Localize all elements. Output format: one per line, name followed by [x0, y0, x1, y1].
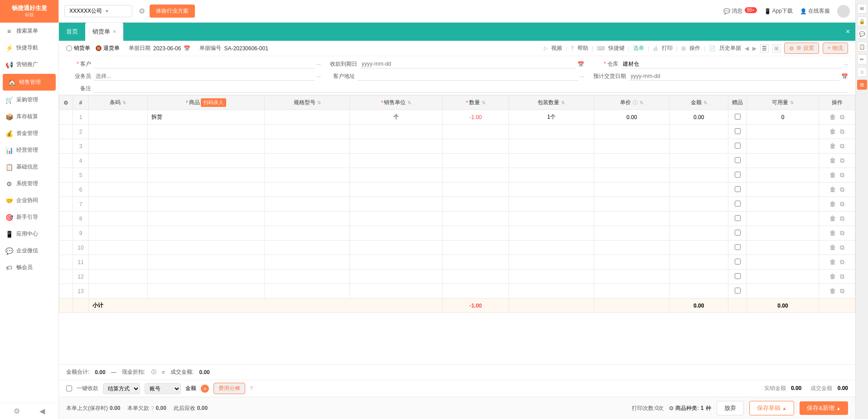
- cell-goods[interactable]: [147, 168, 264, 183]
- cell-price[interactable]: [594, 212, 669, 226]
- cell-amount[interactable]: [669, 197, 728, 212]
- cell-goods[interactable]: [147, 125, 264, 139]
- gift-checkbox[interactable]: [735, 157, 741, 163]
- cell-unit[interactable]: [350, 241, 443, 255]
- payment-help-icon[interactable]: ?: [250, 385, 253, 392]
- collapse-icon[interactable]: ◀: [39, 407, 45, 415]
- th-spec-sort[interactable]: ⇅: [317, 100, 321, 105]
- th-available-sort[interactable]: ⇅: [790, 100, 794, 105]
- cell-qty[interactable]: [442, 183, 509, 197]
- th-amount-sort[interactable]: ⇅: [703, 100, 707, 105]
- cell-price[interactable]: [594, 139, 669, 154]
- add-payment-btn[interactable]: +: [201, 385, 209, 393]
- delete-icon[interactable]: 🗑: [829, 157, 836, 164]
- tab-sales-order[interactable]: 销货单 ×: [85, 23, 123, 41]
- cell-pack-qty[interactable]: [509, 270, 594, 284]
- warehouse-input[interactable]: [621, 60, 842, 68]
- cell-price[interactable]: [594, 154, 669, 168]
- right-panel-btn-7[interactable]: ⊞: [857, 80, 867, 90]
- one-click-checkbox[interactable]: [66, 385, 72, 391]
- cell-spec[interactable]: [265, 226, 350, 241]
- cell-spec[interactable]: [265, 241, 350, 255]
- cell-unit[interactable]: [350, 284, 443, 299]
- copy-icon[interactable]: ⧉: [840, 113, 844, 120]
- cell-pack-qty[interactable]: [509, 154, 594, 168]
- cell-barcode[interactable]: [89, 110, 148, 125]
- gift-checkbox[interactable]: [735, 114, 741, 120]
- delete-icon[interactable]: 🗑: [829, 171, 836, 178]
- sidebar-item-member[interactable]: 🏷 畅会员: [0, 259, 58, 276]
- cell-barcode[interactable]: [89, 168, 148, 183]
- cell-spec[interactable]: [265, 154, 350, 168]
- sidebar-item-enterprise[interactable]: 🤝 企业协同: [0, 192, 58, 209]
- sidebar-item-sales[interactable]: 🏠 销售管理: [3, 74, 56, 91]
- cell-barcode[interactable]: [89, 154, 148, 168]
- avatar[interactable]: [837, 5, 850, 18]
- cell-price[interactable]: [594, 168, 669, 183]
- cell-pack-qty[interactable]: [509, 168, 594, 183]
- cell-pack-qty[interactable]: [509, 255, 594, 270]
- copy-icon[interactable]: ⧉: [840, 171, 844, 178]
- cell-qty[interactable]: [442, 270, 509, 284]
- pick-list-btn[interactable]: 选单: [633, 44, 644, 52]
- cell-spec[interactable]: [265, 212, 350, 226]
- help-btn[interactable]: 帮助: [577, 44, 588, 52]
- cell-gift[interactable]: [728, 212, 747, 226]
- copy-icon[interactable]: ⧉: [840, 128, 844, 135]
- grid-icon1[interactable]: ☰: [760, 44, 769, 53]
- gift-checkbox[interactable]: [735, 273, 741, 279]
- delete-icon[interactable]: 🗑: [829, 113, 836, 120]
- cell-amount[interactable]: [669, 154, 728, 168]
- cell-price[interactable]: [594, 125, 669, 139]
- sidebar-item-wechat[interactable]: 💬 企业微信: [0, 242, 58, 259]
- copy-icon[interactable]: ⧉: [840, 157, 844, 164]
- abandon-btn[interactable]: 放弃: [717, 401, 744, 415]
- cell-price[interactable]: [594, 284, 669, 299]
- cell-goods[interactable]: [147, 197, 264, 212]
- cell-gift[interactable]: [728, 110, 747, 125]
- delete-icon[interactable]: 🗑: [829, 215, 836, 222]
- cell-unit[interactable]: [350, 168, 443, 183]
- warehouse-dots[interactable]: ···: [844, 62, 848, 67]
- copy-icon[interactable]: ⧉: [840, 273, 844, 280]
- overdue-help-icon[interactable]: ?: [151, 405, 154, 411]
- tab-close-icon[interactable]: ×: [113, 29, 116, 35]
- salesperson-input[interactable]: [94, 72, 315, 81]
- payment-due-calendar-icon[interactable]: 📅: [577, 61, 584, 67]
- cell-amount[interactable]: [669, 241, 728, 255]
- radio-return[interactable]: 退货单: [96, 44, 120, 52]
- customer-addr-input[interactable]: [358, 72, 579, 81]
- delete-icon[interactable]: 🗑: [829, 258, 836, 265]
- cell-barcode[interactable]: [89, 212, 148, 226]
- cell-amount[interactable]: [669, 212, 728, 226]
- cell-gift[interactable]: [728, 154, 747, 168]
- sidebar-item-purchase[interactable]: 🛒 采购管理: [0, 92, 58, 108]
- cell-goods[interactable]: [147, 139, 264, 154]
- setting-btn[interactable]: ⚙ ⚙ 设置: [784, 43, 819, 54]
- cell-price[interactable]: 0.00: [594, 110, 669, 125]
- cell-amount[interactable]: [669, 270, 728, 284]
- cell-spec[interactable]: [265, 284, 350, 299]
- th-qty-sort[interactable]: ⇅: [482, 100, 485, 105]
- cell-gift[interactable]: [728, 255, 747, 270]
- cell-barcode[interactable]: [89, 284, 148, 299]
- sidebar-item-shortcut[interactable]: ⚡ 快捷导航: [0, 39, 58, 56]
- cell-pack-qty[interactable]: [509, 125, 594, 139]
- sidebar-item-basic[interactable]: 📋 基础信息: [0, 159, 58, 175]
- cell-goods[interactable]: [147, 154, 264, 168]
- next-btn[interactable]: ▶: [752, 45, 756, 52]
- cell-amount[interactable]: [669, 183, 728, 197]
- cell-barcode[interactable]: [89, 270, 148, 284]
- customer-addr-dots[interactable]: ···: [580, 74, 584, 79]
- cell-spec[interactable]: [265, 110, 350, 125]
- customer-dots[interactable]: ···: [316, 62, 320, 67]
- radio-sales[interactable]: 销货单: [66, 44, 90, 52]
- delete-icon[interactable]: 🗑: [829, 142, 836, 149]
- cell-barcode[interactable]: [89, 226, 148, 241]
- cell-unit[interactable]: [350, 270, 443, 284]
- cell-unit[interactable]: [350, 125, 443, 139]
- copy-icon[interactable]: ⧉: [840, 244, 844, 251]
- th-gear[interactable]: ⚙: [59, 96, 73, 110]
- copy-icon[interactable]: ⧉: [840, 287, 844, 294]
- cell-price[interactable]: [594, 270, 669, 284]
